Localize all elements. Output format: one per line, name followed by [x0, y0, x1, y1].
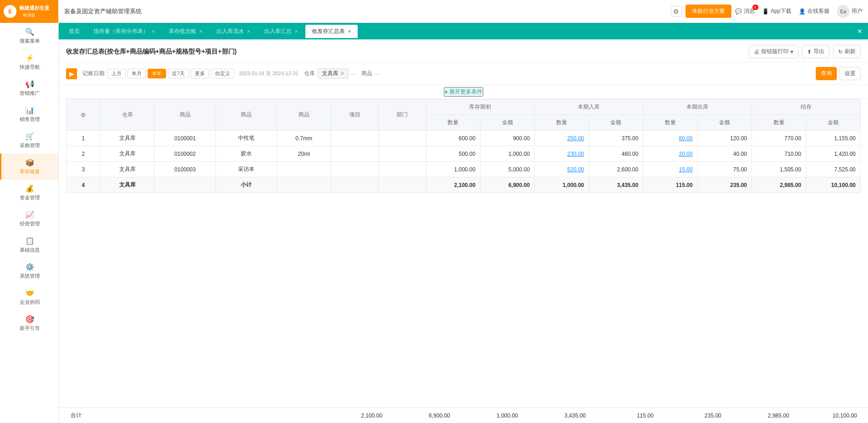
cell-spec [276, 177, 331, 193]
warehouse-label: 仓库 [304, 70, 315, 77]
cell-bal-amt: 7,525.00 [806, 162, 861, 177]
tab-4[interactable]: 出入库汇总✕ [258, 25, 304, 38]
sidebar-item-purchase[interactable]: 🛒采购管理 [0, 127, 58, 154]
cell-out-qty: 115.00 [643, 177, 697, 193]
tab-bar-close[interactable]: ✕ [855, 26, 864, 37]
col-header-init-group: 库存期初 [426, 99, 535, 115]
cell-init-amt: 6,900.00 [480, 177, 534, 193]
sidebar-item-quick-nav[interactable]: ⚡快捷导航 [0, 49, 58, 75]
tab-bar: 首页现存量（库存分布表）✕库存批次账✕出入库流水✕出入库汇总✕收发存汇总表✕✕ [59, 23, 868, 39]
sidebar-item-system[interactable]: ⚙️系统管理 [0, 258, 58, 284]
col-header-out-amt: 金额 [697, 115, 752, 131]
sidebar-item-operation[interactable]: 📈经营管理 [0, 206, 58, 232]
cell-project [331, 146, 379, 162]
page-content: 收发存汇总表(按仓库+商品编码+商品+规格型号+项目+部门) 🖨 按钮版打印 ▾… [59, 39, 868, 423]
date-btn-本月[interactable]: 本月 [127, 69, 146, 78]
app-download-action[interactable]: 📱 App下载 [762, 7, 791, 15]
goods-more[interactable]: ··· [375, 71, 380, 77]
tab-label-1: 现存量（库存分布表） [94, 27, 149, 35]
cell-bal-qty: 1,505.00 [752, 162, 806, 177]
cell-seq: 1 [66, 131, 100, 146]
tab-label-2: 库存批次账 [169, 27, 196, 35]
logo: 6 畅捷通好生意 标准版 [0, 0, 58, 23]
online-service-action[interactable]: 👤 在线客服 [799, 7, 829, 15]
cell-project [331, 162, 379, 177]
tab-2[interactable]: 库存批次账✕ [162, 25, 209, 38]
cell-code: 0100002 [155, 146, 216, 162]
export-button[interactable]: ⬆ 导出 [802, 45, 829, 58]
cell-out-amt: 120.00 [697, 131, 752, 146]
refresh-button[interactable]: ↻ 刷新 [833, 45, 861, 58]
col-header-in-group: 本期入库 [535, 99, 643, 115]
logo-text: 畅捷通好生意 标准版 [19, 5, 50, 18]
message-action[interactable]: 💬 消息 6 [735, 7, 755, 15]
sidebar-item-basic-info[interactable]: 📋基础信息 [0, 232, 58, 258]
quick-nav-icon: ⚡ [25, 54, 34, 62]
warehouse-tag[interactable]: 文具库 ✕ [318, 68, 348, 79]
tab-close-2[interactable]: ✕ [199, 29, 203, 34]
warehouse-tag-close[interactable]: ✕ [340, 71, 344, 77]
cell-out-qty[interactable]: 20.00 [643, 146, 697, 162]
footer-init-amt: 6,900.00 [386, 412, 454, 419]
settings-filter-button[interactable]: 设置 [840, 67, 861, 80]
refresh-label: 刷新 [845, 48, 856, 55]
tab-label-0: 首页 [69, 27, 80, 35]
cell-out-qty[interactable]: 80.00 [643, 131, 697, 146]
user-label: 用户 [851, 7, 862, 15]
warehouse-more[interactable]: ··· [351, 71, 356, 77]
cell-warehouse: 文具库 [100, 177, 155, 193]
sidebar-item-finance[interactable]: 💰资金管理 [0, 180, 58, 206]
sidebar-item-marketing[interactable]: 📢营销推广 [0, 75, 58, 101]
col-header-out-group: 本期出库 [643, 99, 752, 115]
sidebar-item-guide[interactable]: 🎯新手引导 [0, 310, 58, 336]
sidebar-label-basic-info: 基础信息 [20, 247, 40, 253]
col-header-settings[interactable]: ⚙ [66, 99, 100, 131]
tab-3[interactable]: 出入库流水✕ [210, 25, 257, 38]
cell-out-qty[interactable]: 15.00 [643, 162, 697, 177]
table-row: 3 文具库 0100003 采访本 1,000.00 5,000.00 520.… [66, 162, 861, 177]
expand-label: 展开更多条件 [449, 88, 482, 96]
tab-close-3[interactable]: ✕ [247, 29, 250, 34]
cell-init-qty: 600.00 [426, 131, 480, 146]
sidebar-item-enterprise[interactable]: 🤝企业协同 [0, 284, 58, 310]
date-btn-自定义[interactable]: 自定义 [211, 69, 234, 78]
date-btn-上月[interactable]: 上月 [107, 69, 126, 78]
sidebar-item-search[interactable]: 🔍搜索菜单 [0, 23, 58, 49]
enterprise-icon: 🤝 [25, 289, 34, 297]
user-action[interactable]: Ea 用户 [837, 5, 862, 18]
col-header-bal-amt: 金额 [806, 115, 861, 131]
trial-button[interactable]: 体验行业方案 [686, 5, 731, 18]
sidebar-label-system: 系统管理 [20, 273, 40, 280]
logo-icon: 6 [4, 5, 17, 18]
cell-seq: 2 [66, 146, 100, 162]
date-btn-更多[interactable]: 更多 [191, 69, 209, 78]
tab-0[interactable]: 首页 [62, 25, 86, 38]
cell-in-qty[interactable]: 230.00 [535, 146, 589, 162]
finance-icon: 💰 [25, 184, 34, 193]
cell-code: 0100003 [155, 162, 216, 177]
date-btn-本年[interactable]: 本年 [148, 69, 166, 78]
page-header: 收发存汇总表(按仓库+商品编码+商品+规格型号+项目+部门) 🖨 按钮版打印 ▾… [59, 39, 868, 62]
tab-5[interactable]: 收发存汇总表✕ [305, 25, 358, 38]
expand-more-button[interactable]: ▾ 展开更多条件 [444, 87, 483, 97]
tab-1[interactable]: 现存量（库存分布表）✕ [87, 25, 161, 38]
filter-expand-button[interactable]: ▶ [66, 68, 77, 79]
cell-init-qty: 2,100.00 [426, 177, 480, 193]
cell-in-qty[interactable]: 250.00 [535, 131, 589, 146]
tab-close-1[interactable]: ✕ [151, 29, 155, 34]
tab-close-4[interactable]: ✕ [294, 29, 298, 34]
cell-bal-qty: 770.00 [752, 131, 806, 146]
tab-close-5[interactable]: ✕ [348, 29, 351, 34]
col-header-out-qty: 数量 [643, 115, 697, 131]
print-button[interactable]: 🖨 按钮版打印 ▾ [749, 45, 798, 58]
date-filter-group: 记账日期 上月本月本年近7天更多自定义 2023-01-01 至 2023-12… [83, 69, 299, 78]
sidebar-item-inventory[interactable]: 📦库存核算 [0, 154, 58, 180]
settings-icon[interactable]: ⚙ [671, 6, 682, 17]
col-header-project: 项目 [331, 99, 379, 131]
purchase-icon: 🛒 [25, 132, 34, 141]
sidebar-item-sales[interactable]: 📊销售管理 [0, 101, 58, 127]
cell-in-qty[interactable]: 520.00 [535, 162, 589, 177]
date-btn-近7天[interactable]: 近7天 [168, 69, 189, 78]
goods-label: 商品 [361, 70, 372, 77]
search-button[interactable]: 查询 [816, 67, 837, 80]
